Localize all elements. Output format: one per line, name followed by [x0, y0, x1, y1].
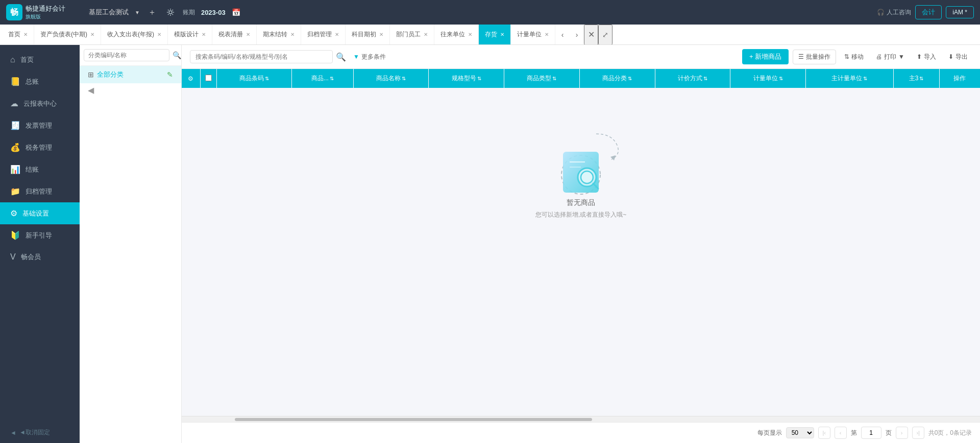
tab-nav-next[interactable]: ›: [570, 25, 584, 45]
tab-archive[interactable]: 归档管理 ✕: [301, 25, 346, 45]
th-code[interactable]: 商品... ⇅: [292, 69, 353, 88]
sidebar-item-invoice[interactable]: 🧾 发票管理: [0, 114, 80, 136]
th-spec[interactable]: 规格型号 ⇅: [429, 69, 504, 88]
tab-home-label: 首页: [8, 30, 20, 39]
tab-income-close[interactable]: ✕: [157, 32, 161, 37]
tab-balance[interactable]: 资产负债表(中期) ✕: [34, 25, 101, 45]
category-edit-icon[interactable]: ✎: [167, 71, 173, 79]
print-button[interactable]: 🖨 打印 ▼: [872, 50, 909, 64]
page-prev-button[interactable]: ‹: [835, 427, 847, 439]
tab-subject-init-close[interactable]: ✕: [379, 32, 383, 37]
th-code-sort[interactable]: 商品... ⇅: [296, 74, 349, 83]
guide-icon: 🔰: [10, 230, 20, 240]
more-filter-button[interactable]: ▼ 更多条件: [349, 51, 390, 63]
th-unit[interactable]: 计量单位 ⇅: [730, 69, 806, 88]
tab-income[interactable]: 收入支出表(年报) ✕: [101, 25, 168, 45]
tab-subject-init[interactable]: 科目期初 ✕: [346, 25, 390, 45]
import-button[interactable]: ⬆ 导入: [913, 50, 940, 64]
sidebar-pin-toggle[interactable]: ◄ ◄取消固定: [0, 422, 80, 443]
tab-home[interactable]: 首页 ✕: [2, 25, 34, 45]
batch-operation-button[interactable]: ☰ 批量操作: [793, 50, 836, 64]
sidebar-item-ledger[interactable]: 📒 总账: [0, 71, 80, 92]
tab-counterparty-close[interactable]: ✕: [468, 32, 472, 37]
add-product-button[interactable]: + 新增商品: [742, 49, 789, 64]
sidebar-item-close[interactable]: 📊 结账: [0, 158, 80, 180]
tab-unit-close[interactable]: ✕: [545, 32, 549, 37]
select-all-checkbox[interactable]: [205, 75, 212, 81]
collapse-panel-icon[interactable]: ◀: [88, 85, 94, 95]
sidebar-item-member[interactable]: V 畅会员: [0, 246, 80, 268]
page-first-button[interactable]: |‹: [818, 427, 830, 439]
iam-button[interactable]: iAM *: [946, 6, 974, 18]
tab-counterparty[interactable]: 往来单位 ✕: [434, 25, 479, 45]
page-number-input[interactable]: [861, 427, 881, 439]
tab-close-all-button[interactable]: ✕: [584, 25, 598, 45]
th-unit-sort[interactable]: 计量单位 ⇅: [734, 74, 801, 83]
import-icon: ⬆: [917, 53, 922, 60]
tab-period-close-close[interactable]: ✕: [290, 32, 295, 37]
th-name-sort[interactable]: 商品名称 ⇅: [358, 74, 425, 83]
th-name[interactable]: 商品名称 ⇅: [353, 69, 429, 88]
sidebar-item-home[interactable]: ⌂ 首页: [0, 49, 80, 71]
category-search-input[interactable]: [84, 49, 169, 61]
tab-inventory[interactable]: 存货 ✕: [479, 25, 511, 45]
sidebar-item-archive[interactable]: 📁 归档管理: [0, 180, 80, 202]
th-col3-sort[interactable]: 主3 ⇅: [898, 74, 935, 83]
account-button[interactable]: 会计: [915, 5, 942, 19]
th-price-method[interactable]: 计价方式 ⇅: [655, 69, 730, 88]
tab-tax-close[interactable]: ✕: [246, 32, 250, 37]
tab-unit[interactable]: 计量单位 ✕: [511, 25, 555, 45]
scroll-thumb[interactable]: [235, 418, 592, 421]
move-button[interactable]: ⇅ 移动: [840, 50, 868, 64]
th-category-sort[interactable]: 商品分类 ⇅: [584, 74, 651, 83]
product-search-icon[interactable]: 🔍: [336, 52, 346, 62]
sidebar-item-tax[interactable]: 💰 税务管理: [0, 136, 80, 158]
tab-nav-prev[interactable]: ‹: [555, 25, 570, 45]
category-item-all[interactable]: ⊞ 全部分类 ✎: [80, 66, 181, 83]
page-last-button[interactable]: ›|: [912, 427, 924, 439]
th-type-sort[interactable]: 商品类型 ⇅: [508, 74, 575, 83]
category-search-icon[interactable]: 🔍: [173, 51, 181, 59]
product-search-input[interactable]: [190, 50, 333, 63]
tab-expand-button[interactable]: ⤢: [598, 25, 612, 45]
th-col3[interactable]: 主3 ⇅: [893, 69, 939, 88]
tab-period-close[interactable]: 期末结转 ✕: [257, 25, 301, 45]
th-main-unit-sort[interactable]: 主计量单位 ⇅: [810, 74, 889, 83]
page-next-button[interactable]: ›: [896, 427, 908, 439]
tab-dept-staff-close[interactable]: ✕: [424, 32, 428, 37]
th-barcode-sort[interactable]: 商品条码 ⇅: [221, 74, 288, 83]
empty-title: 暂无商品: [567, 198, 595, 207]
th-spec-sort[interactable]: 规格型号 ⇅: [433, 74, 500, 83]
th-col3-label: 主3: [909, 74, 919, 83]
import-label: 导入: [924, 53, 936, 61]
move-icon: ⇅: [844, 53, 849, 60]
export-button[interactable]: ⬇ 导出: [944, 50, 972, 64]
add-tab-button[interactable]: ＋: [146, 6, 158, 18]
th-checkbox[interactable]: [200, 69, 216, 88]
sidebar-item-guide[interactable]: 🔰 新手引导: [0, 224, 80, 246]
page-size-select[interactable]: 50 10 20 100: [786, 427, 814, 438]
tab-archive-close[interactable]: ✕: [335, 32, 339, 37]
th-settings[interactable]: ⚙: [182, 69, 200, 88]
sidebar-item-report[interactable]: ☁ 云报表中心: [0, 92, 80, 114]
th-main-unit[interactable]: 主计量单位 ⇅: [806, 69, 893, 88]
tab-inventory-close[interactable]: ✕: [500, 32, 504, 37]
tab-template-close[interactable]: ✕: [202, 32, 206, 37]
tab-balance-close[interactable]: ✕: [90, 32, 94, 37]
th-barcode[interactable]: 商品条码 ⇅: [216, 69, 292, 88]
th-code-label: 商品...: [311, 74, 329, 83]
tab-dept-staff[interactable]: 部门员工 ✕: [390, 25, 434, 45]
help-button[interactable]: 🎧 人工咨询: [877, 8, 911, 17]
company-dropdown-icon[interactable]: ▼: [135, 10, 140, 15]
sidebar-item-invoice-label: 发票管理: [26, 121, 52, 130]
th-type[interactable]: 商品类型 ⇅: [504, 69, 580, 88]
calendar-icon[interactable]: 📅: [232, 8, 240, 16]
tab-home-close[interactable]: ✕: [23, 32, 28, 37]
horizontal-scrollbar[interactable]: [182, 416, 980, 422]
th-price-method-sort[interactable]: 计价方式 ⇅: [659, 74, 726, 83]
tab-tax[interactable]: 税表清册 ✕: [212, 25, 257, 45]
tab-template[interactable]: 模版设计 ✕: [168, 25, 212, 45]
settings-icon-button[interactable]: [164, 6, 177, 18]
sidebar-item-basic[interactable]: ⚙ 基础设置: [0, 202, 80, 224]
th-category[interactable]: 商品分类 ⇅: [579, 69, 655, 88]
